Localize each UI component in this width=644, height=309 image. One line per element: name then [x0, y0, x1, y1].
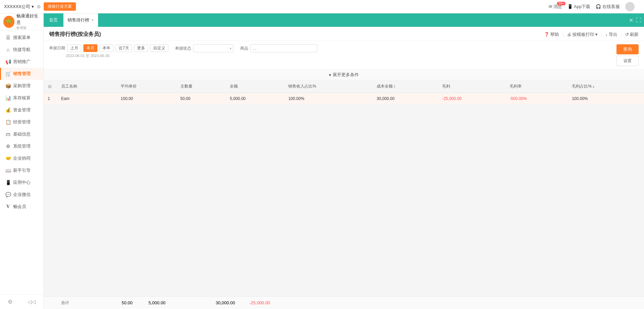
filter-action-buttons: 查询 设置 — [616, 44, 639, 66]
guide-icon: 📖 — [5, 168, 11, 173]
cell-name: Eam — [57, 93, 117, 105]
purchase-icon: 📦 — [5, 83, 11, 89]
main-layout: 🍀 畅康通好生意 标准版 ☰ 搜索菜单 ⌂ 快捷导航 📢 营销推广 🛒 销售管理 — [0, 13, 644, 309]
help-action[interactable]: ❓ 帮助 — [544, 32, 559, 38]
header-left: XXXXXX公司 ▾ ⚙ 体验行业方案 — [4, 2, 76, 11]
sidebar-item-label: 新手引导 — [13, 167, 31, 173]
sidebar-item-finance[interactable]: 💰 资金管理 — [0, 104, 43, 116]
tab-home[interactable]: 首页 — [44, 13, 63, 27]
phone-icon: 📱 — [567, 4, 573, 9]
sidebar-item-search-menu[interactable]: ☰ 搜索菜单 — [0, 32, 43, 44]
date-btn-more[interactable]: 更多 — [134, 44, 148, 52]
cell-sales-pct: 100.00% — [284, 93, 373, 105]
collapse-sidebar-icon[interactable]: ◁◁ — [25, 297, 38, 306]
page-header: 销售排行榜(按业务员) ❓ 帮助 | 🖨 按模板打印 ▾ | — [44, 27, 644, 41]
sidebar-item-operation[interactable]: 📋 经营管理 — [0, 116, 43, 128]
sidebar-logo: 🍀 畅康通好生意 标准版 — [0, 13, 43, 30]
sidebar-nav: ☰ 搜索菜单 ⌂ 快捷导航 📢 营销推广 🛒 销售管理 📦 采购管理 📊 库 — [0, 30, 43, 294]
th-profit-pct: 毛利占比% ▴ — [568, 80, 644, 93]
message-icon: ✉ — [549, 4, 552, 9]
trial-button[interactable]: 体验行业方案 — [44, 2, 76, 11]
sidebar-item-label: 资金管理 — [13, 107, 31, 113]
wechat-icon: 💬 — [5, 192, 11, 197]
avatar[interactable] — [625, 2, 635, 11]
status-filter-group: 单据状态 ▾ — [175, 44, 233, 52]
tab-sales-ranking[interactable]: 销售排行榜 × — [63, 13, 98, 27]
settings-button[interactable]: 设置 — [616, 56, 639, 66]
online-service[interactable]: 🎧 在线客服 — [596, 4, 620, 10]
sidebar-item-label: 企业微信 — [13, 192, 31, 198]
status-select[interactable] — [193, 44, 233, 52]
expand-button[interactable]: ▾ 展开更多条件 — [329, 72, 359, 78]
sidebar-item-label: 营销推广 — [13, 59, 31, 65]
th-avg-price: 平均单价 — [117, 80, 176, 93]
date-btn-current-year[interactable]: 本年 — [99, 44, 114, 52]
marketing-icon: 📢 — [5, 59, 11, 64]
sidebar-item-inventory[interactable]: 📊 库存核算 — [0, 92, 43, 104]
page-content: 销售排行榜(按业务员) ❓ 帮助 | 🖨 按模板打印 ▾ | — [44, 27, 644, 296]
table-wrap: ⚙ 员工名称 平均单价 主数量 全额 销售收入占比% 成本全额 ℹ 毛利 毛利率 — [44, 80, 644, 105]
export-icon: ↓ — [605, 32, 608, 37]
message-area[interactable]: ✉ 99+ 消息 — [549, 4, 562, 10]
close-window-icon[interactable]: ✕ — [629, 17, 633, 23]
footer-profit: -25,000.00 — [249, 300, 283, 305]
sidebar-item-sales[interactable]: 🛒 销售管理 — [0, 68, 43, 80]
goods-filter-group: 商品 — [240, 44, 317, 52]
page-title: 销售排行榜(按业务员) — [49, 31, 101, 38]
sidebar-item-quick-nav[interactable]: ⌂ 快捷导航 — [0, 44, 43, 56]
divider2: | — [601, 32, 602, 37]
export-action[interactable]: ↓ 导出 — [605, 32, 617, 38]
sidebar-item-app-center[interactable]: 📱 应用中心 — [0, 176, 43, 189]
date-btn-7days[interactable]: 近7天 — [116, 44, 132, 52]
refresh-action[interactable]: ↺ 刷新 — [625, 32, 639, 38]
sidebar-item-basic-info[interactable]: 🗃 基础信息 — [0, 128, 43, 140]
print-dropdown-icon: ▾ — [595, 32, 598, 37]
th-amount: 全额 — [226, 80, 284, 93]
tab-label: 销售排行榜 — [68, 17, 89, 23]
cell-cost: 30,000.00 — [373, 93, 438, 105]
maximize-icon[interactable]: ⛶ — [636, 17, 641, 23]
expand-bar: ▾ 展开更多条件 — [44, 70, 644, 80]
settings-icon[interactable]: ⚙ — [37, 4, 41, 9]
date-btn-current-month[interactable]: 本月 — [83, 44, 97, 52]
date-btn-custom[interactable]: 自定义 — [150, 44, 168, 52]
sidebar-item-wechat[interactable]: 💬 企业微信 — [0, 189, 43, 201]
logo-icon: 🍀 — [3, 16, 14, 28]
sidebar-item-marketing[interactable]: 📢 营销推广 — [0, 56, 43, 68]
refresh-icon: ↺ — [625, 32, 629, 37]
print-action[interactable]: 🖨 按模板打印 ▾ — [567, 32, 598, 38]
settings-bottom-icon[interactable]: ⚙ — [5, 297, 15, 306]
company-selector[interactable]: XXXXXX公司 ▾ — [4, 4, 34, 10]
th-cost: 成本全额 ℹ — [373, 80, 438, 93]
finance-icon: 💰 — [5, 107, 11, 113]
sidebar-item-enterprise[interactable]: 🤝 企业协同 — [0, 152, 43, 164]
th-settings: ⚙ — [44, 80, 57, 93]
footer-sales-pct — [179, 300, 216, 305]
tab-close-icon[interactable]: × — [91, 18, 94, 22]
cell-qty: 50.00 — [176, 93, 226, 105]
sidebar-item-system[interactable]: ⚙ 系统管理 — [0, 140, 43, 152]
column-settings-icon[interactable]: ⚙ — [48, 84, 52, 89]
expand-icon: ▾ — [329, 72, 331, 78]
sidebar-item-vip[interactable]: V 畅会员 — [0, 201, 43, 213]
cost-info-icon: ℹ — [394, 84, 395, 88]
search-menu-icon: ☰ — [5, 35, 11, 40]
profit-pct-icon: ▴ — [593, 84, 595, 88]
system-icon: ⚙ — [5, 144, 11, 149]
enterprise-icon: 🤝 — [5, 156, 11, 161]
th-name: 员工名称 — [57, 80, 117, 93]
operation-icon: 📋 — [5, 119, 11, 125]
th-qty: 主数量 — [176, 80, 226, 93]
sidebar-item-guide[interactable]: 📖 新手引导 — [0, 164, 43, 176]
sidebar-item-purchase[interactable]: 📦 采购管理 — [0, 80, 43, 92]
footer-avg-price — [88, 300, 122, 305]
goods-input[interactable] — [250, 44, 317, 52]
top-header: XXXXXX公司 ▾ ⚙ 体验行业方案 ✉ 99+ 消息 📱 App下载 🎧 在… — [0, 0, 644, 13]
sidebar-item-label: 搜索菜单 — [13, 35, 31, 41]
app-download[interactable]: 📱 App下载 — [567, 4, 590, 10]
cell-profit: -25,000.00 — [438, 93, 505, 105]
table-footer: 合计 50.00 5,000.00 30,000.00 -25,000.00 — [44, 296, 644, 309]
inventory-icon: 📊 — [5, 95, 11, 101]
query-button[interactable]: 查询 — [616, 44, 639, 54]
date-btn-prev-month[interactable]: 上月 — [67, 44, 81, 52]
